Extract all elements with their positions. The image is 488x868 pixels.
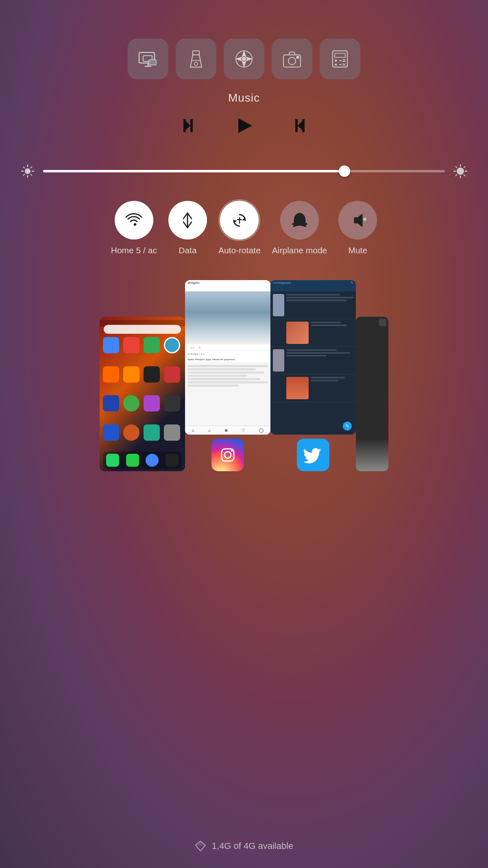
mute-label: Mute <box>348 245 367 256</box>
brightness-low-icon <box>20 164 35 178</box>
svg-marker-9 <box>242 52 246 57</box>
svg-rect-36 <box>302 119 305 132</box>
mute-toggle[interactable]: Mute <box>338 201 377 256</box>
hs-app-7 <box>144 366 160 383</box>
app-thumb-home <box>100 317 185 471</box>
play-button[interactable] <box>234 116 254 135</box>
svg-line-51 <box>455 166 457 168</box>
memory-text: 1,4G of 4G available <box>212 841 294 851</box>
tw-photo-1 <box>286 322 309 344</box>
ig-actions: ♡ △ ▷ ⊙ <box>185 344 270 351</box>
next-button[interactable] <box>286 116 306 135</box>
ig-tab-2: ⌕ <box>208 428 211 433</box>
instagram-icon[interactable] <box>211 439 244 471</box>
svg-point-13 <box>242 57 246 61</box>
ig-line-2 <box>187 368 256 370</box>
data-label: Data <box>179 245 196 256</box>
instagram-screen-thumbnail[interactable]: @digrits ··· ♡ △ ▷ ⊙ ih вчера • 2 ч. dig… <box>185 280 270 435</box>
other-screen-thumbnail[interactable] <box>356 317 388 471</box>
svg-point-37 <box>25 168 30 174</box>
home-screen-thumbnail[interactable] <box>100 317 185 471</box>
hs-app-6 <box>123 366 139 383</box>
tw-line-5 <box>311 324 347 326</box>
hs-search-bar <box>104 325 181 334</box>
toggles-row: Home 5 / ac Data <box>111 201 377 256</box>
ig-tab-1: ⌂ <box>192 428 194 433</box>
brightness-slider[interactable] <box>43 170 445 172</box>
memory-bar: 1,4G of 4G available <box>195 840 294 852</box>
dock-app-4 <box>166 454 179 467</box>
tw-avatar-1 <box>273 294 284 316</box>
autorotate-toggle[interactable]: Auto-rotate <box>218 201 261 256</box>
camera-button[interactable] <box>272 39 312 79</box>
tw-action: ✎ <box>351 281 353 285</box>
svg-rect-5 <box>193 51 199 55</box>
ig-line-5 <box>187 378 260 380</box>
autorotate-label: Auto-rotate <box>218 245 261 256</box>
airplane-icon <box>291 211 309 229</box>
svg-marker-11 <box>237 57 242 61</box>
flashlight-button[interactable] <box>176 39 216 79</box>
prev-icon <box>182 116 202 135</box>
ig-caption: digrits #Нефрот руда, official eth grape… <box>185 357 270 362</box>
brightness-thumb[interactable] <box>339 165 350 177</box>
tw-line-8 <box>286 355 327 357</box>
quick-actions-row <box>128 39 360 79</box>
tw-item-3 <box>270 347 356 374</box>
tw-content-2 <box>311 322 353 344</box>
tw-item-1 <box>270 292 356 319</box>
tw-line-4 <box>311 322 341 323</box>
navigation-button[interactable] <box>224 39 264 79</box>
svg-line-43 <box>30 174 32 176</box>
airplane-toggle[interactable]: Airplane mode <box>272 201 327 256</box>
play-icon <box>234 116 254 135</box>
twitter-logo-icon <box>303 445 323 465</box>
tw-line-1 <box>286 294 340 296</box>
twitter-screen-thumbnail[interactable]: Сообщения ✎ <box>270 280 356 435</box>
svg-rect-32 <box>183 119 186 132</box>
tw-avatar-3 <box>273 349 284 372</box>
ig-image <box>185 292 270 344</box>
tw-line-2 <box>286 297 353 298</box>
tw-header: Сообщения ✎ <box>270 280 356 292</box>
ig-line-6 <box>187 381 268 383</box>
tw-line-9 <box>311 377 345 379</box>
tw-content-3 <box>286 349 353 372</box>
screen-mirror-button[interactable] <box>128 39 168 79</box>
tw-content-4 <box>311 377 353 399</box>
prev-button[interactable] <box>182 116 202 135</box>
twitter-icon[interactable] <box>297 439 329 471</box>
wifi-toggle-circle <box>115 201 153 239</box>
music-label: Music <box>228 91 260 104</box>
ig-tab-4: ♡ <box>242 428 245 433</box>
screen-mirror-icon <box>137 48 159 70</box>
instagram-icon-bg <box>211 439 244 471</box>
svg-line-45 <box>23 174 25 176</box>
data-toggle[interactable]: Data <box>168 201 207 256</box>
app-thumb-other <box>356 317 388 471</box>
svg-rect-31 <box>190 119 193 132</box>
svg-line-44 <box>30 167 32 168</box>
brightness-fill <box>43 170 344 172</box>
ig-line-3 <box>187 372 264 374</box>
svg-rect-18 <box>335 53 345 57</box>
app-switcher: @digrits ··· ♡ △ ▷ ⊙ ih вчера • 2 ч. dig… <box>0 280 488 471</box>
tw-content-1 <box>286 294 353 316</box>
calculator-button[interactable] <box>320 39 360 79</box>
ig-spacer <box>185 362 270 364</box>
svg-marker-12 <box>246 57 251 61</box>
other-bg-grad <box>356 439 388 471</box>
svg-point-67 <box>224 452 231 458</box>
tw-message-list <box>270 292 356 435</box>
svg-line-52 <box>464 174 465 176</box>
wifi-toggle[interactable]: Home 5 / ac <box>111 201 157 256</box>
svg-point-7 <box>194 62 198 65</box>
tw-fab-icon: ✎ <box>345 423 349 429</box>
svg-point-68 <box>231 450 233 451</box>
autorotate-icon <box>231 211 248 229</box>
mute-toggle-circle <box>338 201 377 239</box>
hs-app-11 <box>144 395 160 411</box>
svg-line-42 <box>23 167 25 168</box>
tw-line-7 <box>286 352 350 354</box>
ig-line-4 <box>187 375 247 377</box>
